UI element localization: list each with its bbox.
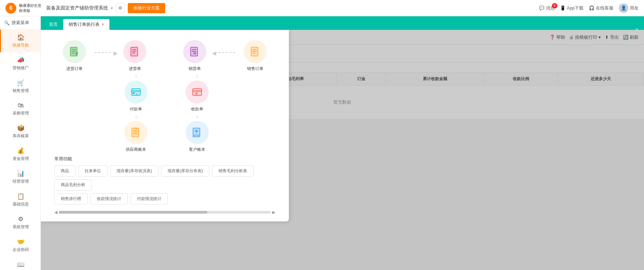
tab-sales-order-exec[interactable]: 销售订单执行表 × — [63, 19, 109, 30]
customer-ledger-icon — [192, 127, 203, 138]
common-functions: 常用功能 商品 往来单位 现存量(库存状况表) 现存量(库存分布表) 销售毛利分… — [54, 156, 275, 204]
scroll-left-icon[interactable]: ◀ — [54, 210, 57, 215]
basic-icon: 📋 — [17, 193, 24, 200]
sales-bill-circle[interactable] — [183, 40, 206, 63]
flow-node-sales-order[interactable]: 销售订单 — [235, 40, 275, 72]
svg-rect-4 — [131, 47, 138, 56]
purchase-bill-icon — [129, 46, 140, 57]
system-icon: ⚙ — [18, 215, 23, 223]
sidebar-label-enterprise: 企业协同 — [13, 247, 29, 253]
message-icon: 💬 — [539, 5, 544, 11]
scroll-thumb — [59, 211, 207, 214]
sidebar-item-operations[interactable]: 📊 经营管理 — [0, 166, 40, 188]
purchase-icon: 🛍 — [18, 102, 24, 109]
sidebar-item-basic[interactable]: 📋 基础信息 — [0, 188, 40, 211]
message-item[interactable]: 💬 消息 6 — [539, 5, 555, 11]
function-btns: 商品 往来单位 现存量(库存状况表) 现存量(库存分布表) 销售毛利分析表 商品… — [54, 165, 275, 191]
arrow-dashed-1: ▶ — [94, 52, 115, 53]
online-service-item[interactable]: 🎧 在线客服 — [589, 5, 613, 11]
flow-node-purchase-order[interactable]: 进货订单 — [54, 40, 94, 72]
fn-sales-rank[interactable]: 销售排行榜 — [54, 193, 88, 204]
purchase-bill-circle[interactable] — [123, 40, 146, 63]
svg-rect-11 — [193, 52, 196, 54]
svg-text:¥: ¥ — [195, 91, 198, 96]
sidebar-item-inventory[interactable]: 📦 库存核算 — [0, 120, 40, 143]
home-icon: 🏠 — [17, 34, 24, 41]
sidebar: 🔍 搜索菜单 🏠 快捷导航 📣 营销推广 🛒 销售管理 🛍 采购管理 📦 库存核… — [0, 16, 41, 270]
search-icon: 🔍 — [4, 20, 10, 25]
operations-icon: 📊 — [17, 170, 24, 177]
dropdown-arrow-icon[interactable]: ▾ — [111, 6, 113, 11]
system-title: 装备及固定资产辅助管理系统 — [46, 5, 108, 11]
user-label: 用友 — [630, 5, 639, 11]
sidebar-item-guide[interactable]: 📖 新手引导 — [0, 257, 40, 270]
logo-area: 6 畅康通好生意 标准版 — [5, 3, 46, 14]
receipt-circle[interactable]: ¥ — [186, 80, 209, 104]
fn-sales-profit[interactable]: 销售毛利分析表 — [212, 165, 254, 177]
gear-button[interactable]: ⚙ — [116, 3, 125, 13]
sales-order-label: 销售订单 — [247, 66, 263, 72]
scroll-right-icon[interactable]: ▶ — [272, 210, 275, 215]
svg-rect-8 — [191, 47, 197, 56]
fn-goods[interactable]: 商品 — [54, 165, 75, 177]
purchase-order-circle[interactable] — [63, 40, 86, 63]
tab-close-icon[interactable]: × — [102, 22, 104, 27]
top-header: 6 畅康通好生意 标准版 装备及固定资产辅助管理系统 ▾ ⚙ 体验行业方案 💬 … — [0, 0, 644, 16]
flow-node-payment[interactable]: ¥ 付款单 — [116, 80, 156, 112]
search-menu[interactable]: 🔍 搜索菜单 — [0, 16, 40, 30]
arrow-down-customer: ↓ — [196, 113, 198, 120]
main-layout: 🔍 搜索菜单 🏠 快捷导航 📣 营销推广 🛒 销售管理 🛍 采购管理 📦 库存核… — [0, 16, 644, 270]
function-btns-row2: 销售排行榜 收款情况统计 付款情况统计 — [54, 193, 275, 204]
flow-node-receipt[interactable]: ¥ 收款单 — [177, 80, 217, 112]
flow-node-customer-ledger[interactable]: 客户账本 — [177, 121, 217, 152]
svg-rect-23 — [132, 128, 139, 137]
sidebar-item-marketing[interactable]: 📣 营销推广 — [0, 52, 40, 75]
tab-home-label: 首页 — [49, 21, 58, 28]
customer-circle[interactable] — [186, 121, 209, 144]
sidebar-item-quick-nav[interactable]: 🏠 快捷导航 — [0, 30, 40, 52]
sidebar-label-finance: 资金管理 — [13, 156, 29, 162]
scroll-track[interactable] — [59, 211, 271, 214]
sidebar-item-purchase[interactable]: 🛍 采购管理 — [0, 98, 40, 120]
logo-icon: 6 — [5, 3, 16, 14]
flow-node-sales-bill[interactable]: 销货单 — [175, 40, 215, 72]
flow-node-purchase-bill[interactable]: 进货单 — [115, 40, 155, 72]
experience-btn[interactable]: 体验行业方案 — [128, 3, 165, 13]
receipt-icon: ¥ — [192, 87, 203, 97]
purchase-order-icon — [69, 46, 80, 57]
payment-circle[interactable]: ¥ — [124, 80, 147, 104]
svg-point-29 — [195, 130, 198, 132]
sidebar-item-finance[interactable]: 💰 资金管理 — [0, 143, 40, 166]
flow-node-supplier-ledger[interactable]: 供应商账本 — [116, 121, 156, 152]
sidebar-label-basic: 基础信息 — [13, 201, 29, 207]
fn-goods-profit[interactable]: 商品毛利分析 — [54, 179, 92, 191]
quick-panel: 进货订单 ▶ — [41, 30, 289, 221]
fn-partner[interactable]: 往来单位 — [78, 165, 107, 177]
svg-rect-12 — [251, 47, 258, 56]
fn-stock-dist[interactable]: 现存量(库存分布表) — [161, 165, 209, 177]
supplier-circle[interactable] — [124, 121, 147, 144]
inventory-icon: 📦 — [17, 124, 24, 132]
sales-bill-icon — [189, 46, 200, 57]
arrow-down-receipt: ↓ — [196, 73, 198, 79]
logo-text: 畅康通好生意 标准版 — [19, 3, 41, 13]
sales-bill-label: 销货单 — [189, 66, 201, 72]
svg-rect-27 — [135, 128, 137, 129]
fn-payment-stat[interactable]: 付款情况统计 — [130, 193, 168, 204]
user-item[interactable]: 👤 用友 — [619, 3, 639, 13]
payment-icon: ¥ — [130, 87, 141, 97]
fn-receipt-stat[interactable]: 收款情况统计 — [90, 193, 128, 204]
fn-stock-status[interactable]: 现存量(库存状况表) — [110, 165, 158, 177]
sidebar-item-sales[interactable]: 🛒 销售管理 — [0, 75, 40, 98]
overlay: 进货订单 ▶ — [41, 30, 644, 270]
sidebar-label-sales: 销售管理 — [13, 88, 29, 94]
guide-icon: 📖 — [17, 261, 24, 268]
arrow-dashed-2: ▶ — [215, 52, 235, 53]
customer-ledger-label: 客户账本 — [189, 147, 205, 152]
sales-order-circle[interactable] — [244, 40, 267, 63]
app-download-item[interactable]: 📱 App下载 — [560, 5, 584, 11]
tab-home[interactable]: 首页 — [43, 19, 63, 30]
sidebar-item-enterprise[interactable]: 🤝 企业协同 — [0, 234, 40, 257]
supplier-ledger-label: 供应商账本 — [126, 147, 146, 152]
sidebar-item-system[interactable]: ⚙ 系统管理 — [0, 211, 40, 234]
